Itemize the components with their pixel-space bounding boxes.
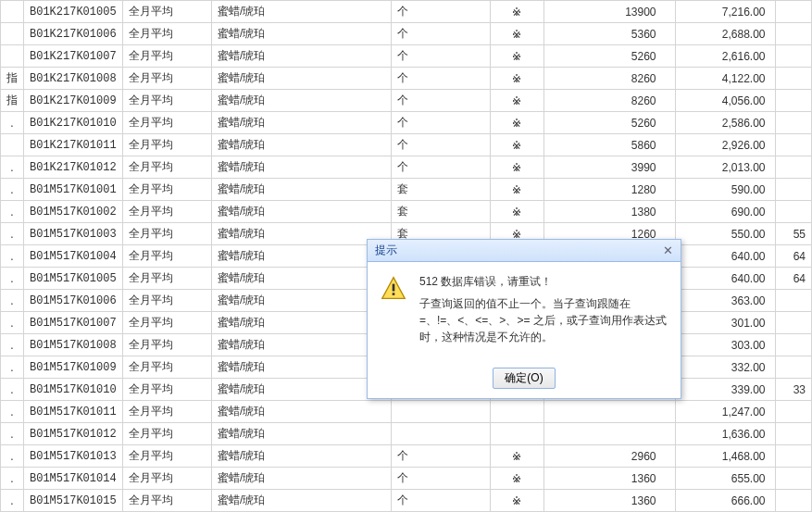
cell-star: ※ [490,90,543,112]
table-row[interactable]: B01K217K01011全月平均蜜蜡/琥珀个※58602,926.00 [1,134,812,156]
cell-code: B01M517K01010 [24,379,123,401]
cell-avg: 全月平均 [122,134,211,156]
cell-star: ※ [490,68,543,90]
cell-edge: 指 [1,68,24,90]
close-icon[interactable]: ✕ [663,244,673,256]
cell-star: ※ [490,23,543,45]
cell-edge: . [1,156,24,179]
cell-unit: 个 [392,90,490,112]
cell-n1: 3990 [544,156,675,179]
cell-unit: 个 [392,445,490,468]
cell-code: B01K217K01007 [24,45,123,68]
cell-unit: 个 [392,156,490,179]
error-dialog: 提示 ✕ 512 数据库错误，请重试！ 子查询返回的值不止一个。当子查询跟随在 … [367,239,681,399]
cell-n1: 5260 [544,45,675,68]
cell-edge: . [1,445,24,468]
cell-avg: 全月平均 [122,423,211,445]
cell-n2: 1,636.00 [675,423,775,445]
cell-unit: 个 [392,68,490,90]
cell-n3 [775,401,811,423]
dialog-body: 512 数据库错误，请重试！ 子查询返回的值不止一个。当子查询跟随在 =、!=、… [368,262,681,362]
table-row[interactable]: .B01M517K01015全月平均蜜蜡/琥珀个※1360666.00 [1,490,812,512]
cell-avg: 全月平均 [122,156,211,179]
cell-star: ※ [490,468,543,490]
table-row[interactable]: B01K217K01006全月平均蜜蜡/琥珀个※53602,688.00 [1,23,812,45]
cell-cat: 蜜蜡/琥珀 [212,23,392,45]
cell-star [490,423,543,445]
cell-n3 [775,334,811,356]
cell-cat: 蜜蜡/琥珀 [212,90,392,112]
cell-unit: 个 [392,45,490,68]
table-row[interactable]: B01K217K01007全月平均蜜蜡/琥珀个※52602,616.00 [1,45,812,68]
cell-n3 [775,201,811,223]
cell-n1 [544,401,675,423]
cell-edge: . [1,312,24,334]
table-row[interactable]: .B01K217K01012全月平均蜜蜡/琥珀个※39902,013.00 [1,156,812,179]
cell-n1: 2960 [544,445,675,468]
table-row[interactable]: .B01M517K01013全月平均蜜蜡/琥珀个※29601,468.00 [1,445,812,468]
cell-avg: 全月平均 [122,445,211,468]
cell-avg: 全月平均 [122,334,211,356]
cell-code: B01M517K01014 [24,468,123,490]
table-row[interactable]: .B01M517K01001全月平均蜜蜡/琥珀套※1280590.00 [1,179,812,201]
cell-edge: . [1,423,24,445]
cell-edge: . [1,112,24,134]
cell-cat: 蜜蜡/琥珀 [212,223,392,245]
table-row[interactable]: 指B01K217K01008全月平均蜜蜡/琥珀个※82604,122.00 [1,68,812,90]
ok-button[interactable]: 确定(O) [493,368,555,389]
svg-rect-1 [393,284,395,292]
cell-edge: . [1,290,24,312]
cell-cat: 蜜蜡/琥珀 [212,156,392,179]
cell-cat: 蜜蜡/琥珀 [212,312,392,334]
cell-cat: 蜜蜡/琥珀 [212,356,392,379]
cell-code: B01M517K01007 [24,312,123,334]
cell-avg: 全月平均 [122,23,211,45]
cell-star: ※ [490,1,543,23]
table-row[interactable]: .B01M517K01014全月平均蜜蜡/琥珀个※1360655.00 [1,468,812,490]
cell-n1: 1380 [544,201,675,223]
cell-edge [1,134,24,156]
cell-n2: 2,616.00 [675,45,775,68]
cell-code: B01M517K01009 [24,356,123,379]
cell-star: ※ [490,201,543,223]
cell-n2: 1,247.00 [675,401,775,423]
cell-n2: 4,056.00 [675,90,775,112]
table-row[interactable]: .B01M517K01012全月平均蜜蜡/琥珀1,636.00 [1,423,812,445]
cell-avg: 全月平均 [122,490,211,512]
cell-n1: 13900 [544,1,675,23]
cell-cat: 蜜蜡/琥珀 [212,268,392,290]
cell-edge: . [1,268,24,290]
cell-avg: 全月平均 [122,312,211,334]
table-row[interactable]: B01K217K01005全月平均蜜蜡/琥珀个※139007,216.00 [1,1,812,23]
cell-unit: 个 [392,23,490,45]
cell-unit: 个 [392,490,490,512]
cell-star: ※ [490,179,543,201]
cell-avg: 全月平均 [122,201,211,223]
table-row[interactable]: 指B01K217K01009全月平均蜜蜡/琥珀个※82604,056.00 [1,90,812,112]
cell-n1: 8260 [544,68,675,90]
cell-n2: 301.00 [675,312,775,334]
cell-avg: 全月平均 [122,112,211,134]
cell-n2: 666.00 [675,490,775,512]
table-row[interactable]: .B01K217K01010全月平均蜜蜡/琥珀个※52602,586.00 [1,112,812,134]
cell-n3 [775,468,811,490]
cell-avg: 全月平均 [122,179,211,201]
cell-edge: . [1,379,24,401]
table-row[interactable]: .B01M517K01011全月平均蜜蜡/琥珀1,247.00 [1,401,812,423]
cell-avg: 全月平均 [122,401,211,423]
table-row[interactable]: .B01M517K01002全月平均蜜蜡/琥珀套※1380690.00 [1,201,812,223]
cell-edge [1,23,24,45]
cell-n3: 64 [775,268,811,290]
cell-n1: 5860 [544,134,675,156]
cell-edge: 指 [1,90,24,112]
cell-avg: 全月平均 [122,268,211,290]
cell-star [490,401,543,423]
cell-n3 [775,356,811,379]
warning-icon [379,273,408,351]
cell-avg: 全月平均 [122,468,211,490]
dialog-line2: 子查询返回的值不止一个。当子查询跟随在 =、!=、<、<=、>、>= 之后，或子… [419,295,669,345]
cell-n3: 55 [775,223,811,245]
cell-edge [1,1,24,23]
cell-n3 [775,423,811,445]
cell-code: B01M517K01013 [24,445,123,468]
